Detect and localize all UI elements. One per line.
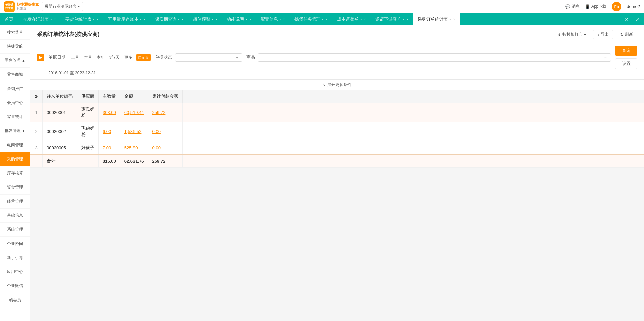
restore-btn[interactable]: ⤢: [633, 15, 641, 23]
table-header-row: ⚙ 往来单位编码 供应商 主数量 金额 累计付款金额: [30, 90, 644, 103]
tab-cost-adjust[interactable]: 成本调整单 ▾ ×: [332, 13, 371, 25]
qty-link[interactable]: 6.00: [103, 129, 111, 134]
sidebar-item-purchase[interactable]: 采购管理: [0, 152, 30, 166]
paid-link[interactable]: 259.72: [152, 110, 166, 115]
date-last-7days[interactable]: 近7天: [108, 54, 121, 61]
table-row: 2 00020002 飞鹤奶粉 6.00 1,586.52 0.00: [30, 122, 644, 141]
sidebar-item-ecommerce[interactable]: 电商管理: [0, 138, 30, 152]
sidebar-item-marketing[interactable]: 营销推广: [0, 82, 30, 96]
sidebar-item-member[interactable]: 会员中心: [0, 96, 30, 110]
filter-toggle-btn[interactable]: ▶: [37, 54, 44, 61]
app-download-btn[interactable]: 📱 App下载: [585, 4, 606, 9]
query-btn[interactable]: 查询: [615, 46, 637, 56]
sidebar-item-quick-nav[interactable]: 快捷导航: [0, 40, 30, 54]
tab-home[interactable]: 首页: [0, 13, 18, 25]
expand-btn[interactable]: ∨ 展开更多条件: [323, 82, 351, 87]
close-icon[interactable]: ×: [144, 18, 146, 21]
message-btn[interactable]: 💬 消息: [565, 4, 580, 9]
tab-invite-downstream[interactable]: 邀请下游客户 ▾ ×: [371, 13, 413, 25]
tab-expiry-query[interactable]: 保质期查询 ▾ ×: [150, 13, 189, 25]
export-btn[interactable]: ↓ 导出: [593, 30, 613, 39]
amount-link[interactable]: 525.80: [124, 145, 138, 150]
tab-function-desc[interactable]: 功能说明 ▾ ×: [222, 13, 256, 25]
sidebar-item-finance[interactable]: 资金管理: [0, 180, 30, 195]
tab-receipt-summary[interactable]: 收发存汇总表 ▾ ×: [18, 13, 61, 25]
workspace-selector[interactable]: 母婴行业演示账套 ▾: [42, 2, 83, 11]
tab-overstock-alert[interactable]: 超储预警 ▾ ×: [188, 13, 222, 25]
row-supplier: 好孩子: [77, 141, 99, 155]
close-icon[interactable]: ×: [182, 18, 184, 21]
refresh-btn[interactable]: ↻ 刷新: [616, 30, 637, 39]
close-icon[interactable]: ×: [326, 18, 328, 21]
sidebar-item-enterprise[interactable]: 企业协同: [0, 237, 30, 251]
chevron-right-icon: ▶: [39, 55, 42, 60]
sidebar-item-member-label: 会员中心: [7, 100, 23, 105]
date-range-row: 2016-01-01 至 2023-12-31: [37, 70, 637, 76]
footer-empty-gear: [30, 154, 43, 168]
close-icon[interactable]: ×: [364, 18, 366, 21]
amount-link[interactable]: 1,586.52: [124, 129, 142, 134]
paid-link[interactable]: 0.00: [152, 145, 161, 150]
sidebar-item-vip-label: 畅会员: [9, 298, 21, 302]
sidebar-item-operations[interactable]: 经营管理: [0, 195, 30, 209]
sidebar: 搜索菜单 快捷导航 零售管理 ▲ 零售商城 营销推广 会员中心 零售统计 批发管…: [0, 25, 30, 321]
sidebar-item-system[interactable]: 系统管理: [0, 223, 30, 237]
sidebar-item-app-center-label: 应用中心: [7, 269, 23, 274]
qty-link[interactable]: 303.00: [103, 110, 116, 115]
tab-picking-task[interactable]: 拣货任务管理 ▾ ×: [290, 13, 332, 25]
sidebar-item-enterprise-wx[interactable]: 企业微信: [0, 279, 30, 293]
row-index: 3: [30, 141, 43, 155]
close-icon[interactable]: ×: [249, 18, 251, 21]
date-this-year[interactable]: 本年: [95, 54, 106, 61]
footer-empty: [182, 154, 644, 168]
gear-column-header[interactable]: ⚙: [30, 90, 43, 103]
sidebar-item-inventory[interactable]: 库存核算: [0, 166, 30, 180]
tab-home-label: 首页: [5, 16, 13, 22]
row-empty: [182, 103, 644, 122]
tab-picking-task-label: 拣货任务管理: [294, 16, 321, 22]
amount-link[interactable]: 60,519.44: [124, 110, 144, 115]
date-custom-label[interactable]: 自定义: [136, 54, 151, 61]
close-all-tabs-btn[interactable]: ✕: [623, 15, 631, 23]
settings-btn[interactable]: 设置: [615, 58, 637, 69]
sidebar-item-new-guide[interactable]: 新手引导: [0, 251, 30, 265]
close-icon[interactable]: ×: [97, 18, 99, 21]
tab-purchase-summary[interactable]: 采购订单统计表 ▾ ×: [413, 13, 460, 25]
sidebar-item-retail[interactable]: 零售管理 ▲: [0, 54, 30, 68]
print-btn[interactable]: 🖨 按模板打印 ▾: [553, 30, 590, 39]
sidebar-item-retail-label: 零售管理: [5, 58, 21, 63]
row-main-qty: 7.00: [99, 141, 120, 155]
col-empty: [182, 90, 644, 103]
close-icon[interactable]: ×: [283, 18, 285, 21]
qty-link[interactable]: 7.00: [103, 145, 111, 150]
close-icon[interactable]: ×: [407, 18, 409, 21]
close-icon[interactable]: ×: [453, 18, 455, 21]
sidebar-item-batch-mgmt[interactable]: 批发管理 ▼: [0, 124, 30, 138]
sidebar-item-search[interactable]: 搜索菜单: [0, 25, 30, 40]
date-this-month[interactable]: 本月: [83, 54, 93, 61]
table-row: 3 00020005 好孩子 7.00 525.80 0.00: [30, 141, 644, 155]
sidebar-item-basic-info[interactable]: 基础信息: [0, 209, 30, 223]
status-select[interactable]: ▾: [175, 53, 242, 62]
sidebar-item-retail-stats[interactable]: 零售统计: [0, 110, 30, 124]
row-empty: [182, 122, 644, 141]
goods-search-input[interactable]: [261, 55, 602, 60]
tab-inventory-book[interactable]: 可用量库存账本 ▾ ×: [103, 13, 150, 25]
ellipsis-icon[interactable]: ···: [604, 55, 607, 60]
close-icon[interactable]: ×: [215, 18, 217, 21]
close-icon[interactable]: ×: [54, 18, 56, 21]
sidebar-item-retail-store[interactable]: 零售商城: [0, 68, 30, 82]
date-more[interactable]: 更多: [123, 54, 134, 61]
paid-link[interactable]: 0.00: [152, 129, 161, 134]
sidebar-item-vip[interactable]: 畅会员: [0, 293, 30, 307]
chevron-down-icon: ▼: [22, 129, 25, 133]
tab-config-info[interactable]: 配置信息 ▾ ×: [256, 13, 290, 25]
page-title: 采购订单统计表(按供应商): [37, 31, 100, 38]
tab-goods-summary[interactable]: 要货单统计表 ▾ ×: [61, 13, 103, 25]
date-last-month[interactable]: 上月: [70, 54, 80, 61]
sidebar-item-app-center[interactable]: 应用中心: [0, 265, 30, 279]
content-area: 采购订单统计表(按供应商) 🖨 按模板打印 ▾ ↓ 导出 ↻ 刷新: [30, 25, 644, 321]
top-bar: 畅捷通好生意 畅捷通好生意 标准版 母婴行业演示账套 ▾ 💬 消息 📱 App下…: [0, 0, 644, 13]
nav-tabs: 首页 收发存汇总表 ▾ × 要货单统计表 ▾ × 可用量库存账本 ▾ × 保质期…: [0, 13, 644, 25]
avatar[interactable]: Ea: [612, 2, 621, 11]
